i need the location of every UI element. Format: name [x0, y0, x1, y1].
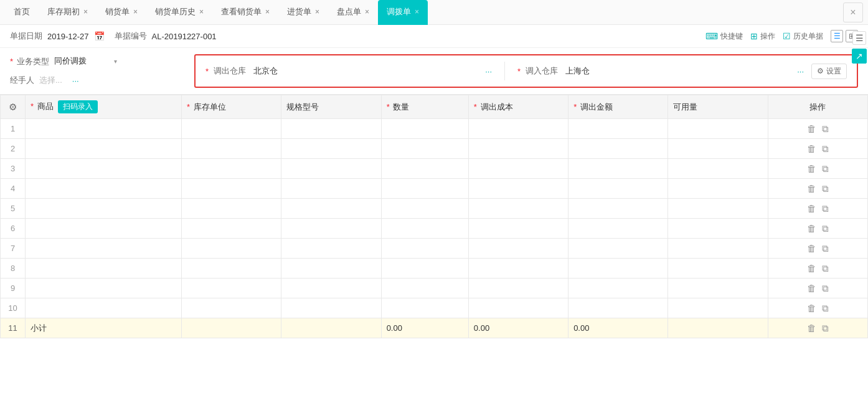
- row-spec[interactable]: [281, 159, 381, 179]
- row-product[interactable]: [26, 119, 182, 139]
- row-amount[interactable]: [568, 219, 668, 239]
- row-spec[interactable]: [281, 259, 381, 278]
- row-delete-btn[interactable]: 🗑: [807, 263, 816, 274]
- row-amount[interactable]: [568, 239, 668, 259]
- row-amount[interactable]: [568, 119, 668, 139]
- row-delete-btn[interactable]: 🗑: [807, 203, 816, 214]
- row-delete-btn[interactable]: 🗑: [807, 163, 816, 174]
- row-qty[interactable]: [381, 219, 468, 239]
- row-unit[interactable]: [182, 219, 281, 239]
- row-copy-btn[interactable]: ⧉: [822, 283, 829, 293]
- close-tab-view-sales[interactable]: ×: [265, 7, 270, 16]
- layout-list-btn[interactable]: ☰: [831, 30, 843, 42]
- row-cost[interactable]: [468, 278, 568, 298]
- row-spec[interactable]: [281, 119, 381, 139]
- th-setting[interactable]: ⚙: [1, 95, 26, 119]
- row-spec[interactable]: [281, 219, 381, 239]
- row-qty[interactable]: [381, 179, 468, 199]
- row-qty[interactable]: [381, 259, 468, 278]
- row-delete-btn[interactable]: 🗑: [807, 143, 816, 154]
- operations-button[interactable]: ⊞ 操作: [750, 31, 775, 42]
- row-unit[interactable]: [182, 278, 281, 298]
- row-delete-btn[interactable]: 🗑: [807, 223, 816, 234]
- row-unit[interactable]: [182, 139, 281, 159]
- row-product[interactable]: [26, 278, 182, 298]
- close-tab-inventory-check[interactable]: ×: [365, 7, 369, 16]
- row-cost[interactable]: [468, 259, 568, 278]
- row-amount[interactable]: [568, 298, 668, 318]
- row-unit[interactable]: [182, 159, 281, 179]
- row-unit[interactable]: [182, 239, 281, 259]
- row-delete-btn[interactable]: 🗑: [807, 283, 816, 293]
- row-copy-btn[interactable]: ⧉: [822, 263, 829, 274]
- row-qty[interactable]: [381, 119, 468, 139]
- warehouse-in-more[interactable]: ···: [797, 67, 804, 76]
- history-button[interactable]: ☑ 历史单据: [783, 31, 823, 42]
- row-amount[interactable]: [568, 139, 668, 159]
- row-amount[interactable]: [568, 199, 668, 219]
- close-tab-sales-order[interactable]: ×: [133, 7, 138, 16]
- row-cost[interactable]: [468, 199, 568, 219]
- row-delete-btn[interactable]: 🗑: [807, 183, 816, 194]
- row-amount[interactable]: [568, 179, 668, 199]
- row-copy-btn[interactable]: ⧉: [822, 303, 829, 313]
- row-cost[interactable]: [468, 239, 568, 259]
- global-close-button[interactable]: ×: [843, 2, 863, 22]
- tab-inventory-init[interactable]: 库存期初 ×: [39, 0, 97, 25]
- close-tab-inventory-init[interactable]: ×: [83, 7, 88, 16]
- row-cost[interactable]: [468, 159, 568, 179]
- table-settings-icon[interactable]: ⚙: [9, 102, 17, 112]
- sidebar-external-btn[interactable]: ↗: [852, 49, 867, 64]
- tab-sales-order[interactable]: 销货单 ×: [97, 0, 146, 25]
- row-product[interactable]: [26, 298, 182, 318]
- tab-purchase-order[interactable]: 进货单 ×: [278, 0, 328, 25]
- row-unit[interactable]: [182, 298, 281, 318]
- row-unit[interactable]: [182, 119, 281, 139]
- row-unit[interactable]: [182, 199, 281, 219]
- close-tab-purchase-order[interactable]: ×: [315, 7, 319, 16]
- row-cost[interactable]: [468, 219, 568, 239]
- warehouse-out-more[interactable]: ···: [485, 67, 492, 76]
- tab-sales-history[interactable]: 销货单历史 ×: [146, 0, 212, 25]
- row-qty[interactable]: [381, 139, 468, 159]
- close-tab-sales-history[interactable]: ×: [199, 7, 204, 16]
- person-more[interactable]: ···: [72, 76, 79, 85]
- row-delete-btn[interactable]: 🗑: [807, 243, 816, 254]
- row-product[interactable]: [26, 179, 182, 199]
- row-product[interactable]: [26, 239, 182, 259]
- row-product[interactable]: [26, 199, 182, 219]
- row-cost[interactable]: [468, 139, 568, 159]
- tab-view-sales[interactable]: 查看销货单 ×: [212, 0, 278, 25]
- row-copy-btn[interactable]: ⧉: [822, 143, 829, 154]
- row-spec[interactable]: [281, 139, 381, 159]
- row-product[interactable]: [26, 219, 182, 239]
- calendar-icon[interactable]: 📅: [94, 31, 105, 41]
- row-spec[interactable]: [281, 278, 381, 298]
- row-amount[interactable]: [568, 259, 668, 278]
- close-tab-transfer-order[interactable]: ×: [415, 7, 419, 16]
- row-spec[interactable]: [281, 179, 381, 199]
- row-copy-btn[interactable]: ⧉: [822, 203, 829, 214]
- row-delete-btn[interactable]: 🗑: [807, 323, 816, 333]
- row-unit[interactable]: [182, 259, 281, 278]
- tab-inventory-check[interactable]: 盘点单 ×: [328, 0, 378, 25]
- shortcuts-button[interactable]: ⌨ 快捷键: [705, 31, 743, 42]
- row-amount[interactable]: [568, 159, 668, 179]
- row-copy-btn[interactable]: ⧉: [822, 243, 829, 254]
- row-qty[interactable]: [381, 298, 468, 318]
- row-copy-btn[interactable]: ⧉: [822, 223, 829, 234]
- row-product[interactable]: [26, 259, 182, 278]
- row-copy-btn[interactable]: ⧉: [822, 183, 829, 194]
- row-qty[interactable]: [381, 159, 468, 179]
- row-amount[interactable]: [568, 278, 668, 298]
- row-copy-btn[interactable]: ⧉: [822, 163, 829, 174]
- row-qty[interactable]: [381, 199, 468, 219]
- tab-transfer-order[interactable]: 调拨单 ×: [378, 0, 428, 25]
- person-select[interactable]: 选择...: [39, 75, 62, 86]
- settings-button[interactable]: ⚙ 设置: [811, 64, 847, 79]
- row-spec[interactable]: [281, 239, 381, 259]
- row-cost[interactable]: [468, 119, 568, 139]
- row-spec[interactable]: [281, 199, 381, 219]
- row-copy-btn[interactable]: ⧉: [822, 123, 829, 134]
- row-delete-btn[interactable]: 🗑: [807, 303, 816, 313]
